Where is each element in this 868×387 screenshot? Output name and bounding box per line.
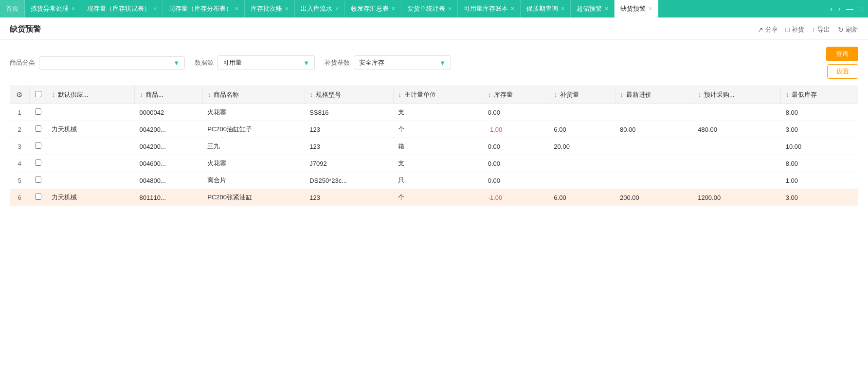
row-latest-price	[615, 155, 693, 172]
table-row: 4 004600... 火花塞 J7092 支 0.00 8.00	[10, 155, 858, 172]
row-unit: 箱	[393, 138, 483, 155]
row-checkbox[interactable]	[35, 142, 41, 149]
row-replenish: 6.00	[549, 189, 615, 206]
tab-close-6[interactable]: ×	[392, 5, 395, 12]
datasource-select[interactable]: 可用量 ▼	[217, 55, 315, 70]
th-stock[interactable]: ↕ 库存量	[483, 86, 549, 104]
row-min-stock: 10.00	[781, 138, 858, 155]
row-min-stock: 8.00	[781, 104, 858, 121]
row-min-stock: 3.00	[781, 189, 858, 206]
th-name[interactable]: ↕ 商品名称	[202, 86, 305, 104]
tab-controls: ‹ › — □	[827, 3, 868, 15]
replenish-value: 安全库存	[359, 58, 384, 67]
tab-close-8[interactable]: ×	[511, 5, 514, 12]
filter-datasource-group: 数据源 可用量 ▼	[195, 55, 315, 70]
header-actions: ↗ 分享 □ 补货 ↑ 导出 ↻ 刷新	[758, 25, 858, 34]
tab-close-1[interactable]: ×	[72, 5, 75, 12]
share-icon: ↗	[758, 26, 763, 34]
row-code: 004800...	[135, 172, 203, 189]
row-checkbox[interactable]	[35, 194, 41, 200]
row-unit: 只	[393, 172, 483, 189]
tab-库存批次账[interactable]: 库存批次账 ×	[245, 0, 295, 18]
row-checkbox[interactable]	[35, 176, 41, 183]
category-arrow-icon: ▼	[173, 59, 180, 67]
row-est-purchase: 480.00	[693, 121, 781, 138]
tab-close-3[interactable]: ×	[235, 5, 238, 12]
query-button[interactable]: 查询	[826, 47, 858, 61]
tab-prev-button[interactable]: ‹	[827, 3, 835, 15]
th-replenish[interactable]: ↕ 补货量	[549, 86, 615, 104]
row-latest-price	[615, 104, 693, 121]
tab-可用量库存账本[interactable]: 可用量库存账本 ×	[458, 0, 521, 18]
th-est-purchase[interactable]: ↕ 预计采购...	[693, 86, 781, 104]
row-stock: -1.00	[483, 189, 549, 206]
replenish-select[interactable]: 安全库存 ▼	[354, 55, 451, 70]
category-select[interactable]: ▼	[39, 56, 185, 70]
row-unit: 支	[393, 104, 483, 121]
export-button[interactable]: ↑ 导出	[812, 25, 830, 34]
row-index: 6	[10, 189, 29, 206]
th-latest-price[interactable]: ↕ 最新进价	[615, 86, 693, 104]
tab-要货单统计表[interactable]: 要货单统计表 ×	[401, 0, 458, 18]
select-all-checkbox[interactable]	[35, 91, 41, 97]
th-code[interactable]: ↕ 商品...	[135, 86, 203, 104]
tab-maximize-button[interactable]: □	[856, 3, 866, 15]
tab-现存量库存分布表[interactable]: 现存量（库存分布表） ×	[163, 0, 245, 18]
column-settings-icon[interactable]: ⚙	[16, 90, 22, 99]
table-container: ⚙ ↕ 默认供应... ↕ 商品... ↕ 商品名称	[0, 86, 868, 206]
table-header-row: ⚙ ↕ 默认供应... ↕ 商品... ↕ 商品名称	[10, 86, 858, 104]
row-code: 004200...	[135, 138, 203, 155]
row-supplier: 力天机械	[47, 121, 135, 138]
row-replenish	[549, 104, 615, 121]
tab-收发存汇总表[interactable]: 收发存汇总表 ×	[345, 0, 401, 18]
tab-close-5[interactable]: ×	[335, 5, 339, 12]
row-latest-price: 200.00	[615, 189, 693, 206]
tab-bar: 首页 拣货异常处理 × 现存量（库存状况表） × 现存量（库存分布表） × 库存…	[0, 0, 868, 18]
row-index: 3	[10, 138, 29, 155]
row-latest-price	[615, 172, 693, 189]
datasource-label: 数据源	[195, 58, 214, 67]
th-spec[interactable]: ↕ 规格型号	[305, 86, 393, 104]
th-supplier[interactable]: ↕ 默认供应...	[47, 86, 135, 104]
tab-close-2[interactable]: ×	[153, 5, 157, 12]
share-button[interactable]: ↗ 分享	[758, 25, 778, 34]
tab-minimize-button[interactable]: —	[844, 3, 856, 15]
tab-close-7[interactable]: ×	[448, 5, 452, 12]
settings-button[interactable]: 设置	[827, 64, 858, 79]
tab-现存量库存状况表[interactable]: 现存量（库存状况表） ×	[81, 0, 163, 18]
tab-保质期查询[interactable]: 保质期查询 ×	[521, 0, 571, 18]
tab-出入库流水[interactable]: 出入库流水 ×	[295, 0, 345, 18]
row-checkbox[interactable]	[35, 108, 41, 115]
row-est-purchase: 1200.00	[693, 189, 781, 206]
row-checkbox-cell	[29, 138, 47, 155]
tab-close-9[interactable]: ×	[561, 5, 564, 12]
data-table: ⚙ ↕ 默认供应... ↕ 商品... ↕ 商品名称	[10, 86, 858, 206]
main-content: 缺货预警 ↗ 分享 □ 补货 ↑ 导出 ↻ 刷新 商品分类	[0, 18, 868, 387]
row-checkbox[interactable]	[35, 125, 41, 132]
row-min-stock: 1.00	[781, 172, 858, 189]
row-est-purchase	[693, 172, 781, 189]
tab-close-4[interactable]: ×	[285, 5, 289, 12]
th-unit[interactable]: ↕ 主计量单位	[393, 86, 483, 104]
tab-close-11[interactable]: ×	[649, 5, 652, 12]
page-header: 缺货预警 ↗ 分享 □ 补货 ↑ 导出 ↻ 刷新	[0, 18, 868, 40]
tab-close-10[interactable]: ×	[605, 5, 608, 12]
row-spec: 123	[305, 189, 393, 206]
table-row: 1 0000042 火花塞 SS816 支 0.00 8.00	[10, 104, 858, 121]
row-unit: 个	[393, 121, 483, 138]
tab-缺货预警[interactable]: 缺货预警 ×	[615, 0, 658, 18]
tab-首页[interactable]: 首页	[0, 0, 25, 18]
filter-buttons: 查询 设置	[826, 47, 858, 79]
refresh-button[interactable]: ↻ 刷新	[838, 25, 858, 34]
tab-拣货异常处理[interactable]: 拣货异常处理 ×	[25, 0, 81, 18]
row-checkbox[interactable]	[35, 159, 41, 166]
row-latest-price: 80.00	[615, 121, 693, 138]
th-min-stock[interactable]: ↕ 最低库存	[781, 86, 858, 104]
tab-超储预警[interactable]: 超储预警 ×	[571, 0, 615, 18]
name-sort-icon: ↕	[208, 91, 211, 98]
row-est-purchase	[693, 138, 781, 155]
tab-next-button[interactable]: ›	[835, 3, 844, 15]
stock-sort-icon: ↕	[488, 91, 491, 98]
row-spec: 123	[305, 121, 393, 138]
replenish-button[interactable]: □ 补货	[786, 25, 804, 34]
